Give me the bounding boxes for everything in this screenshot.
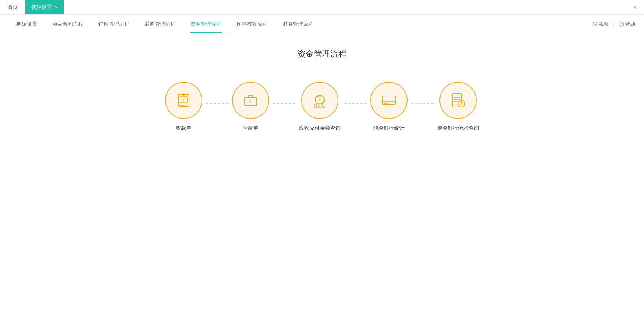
bank-stats-icon	[380, 91, 398, 109]
flow-circle-bank-flow: ¥	[439, 82, 477, 119]
connector-2	[269, 103, 299, 104]
help-label: 帮助	[625, 21, 635, 28]
nav-label: 采购管理流程	[144, 21, 176, 28]
flow-label-bank-flow: 现金银行流水查询	[437, 125, 479, 132]
initial-setup-tab[interactable]: 初始设置 ×	[25, 0, 64, 14]
bank-flow-icon: ¥	[449, 91, 467, 109]
main-content: 资金管理流程 ¥ 收款单	[0, 33, 644, 132]
flow-container: ¥ 收款单 ¥	[165, 82, 479, 132]
nav-item-initial-setup[interactable]: 初始设置	[9, 15, 45, 33]
tab-label: 初始设置	[31, 4, 52, 11]
nav-item-inventory-accounting[interactable]: 库存核算流程	[229, 15, 275, 33]
nav-bar: 初始设置 项目合同流程 销售管理流程 采购管理流程 资金管理流程 库存核算流程 …	[0, 15, 644, 33]
home-label: 首页	[7, 4, 18, 11]
window-close-button[interactable]: ×	[633, 4, 637, 11]
svg-text:¥: ¥	[319, 98, 321, 102]
receipt-icon: ¥	[175, 91, 193, 109]
video-link[interactable]: 视频	[592, 21, 609, 28]
flow-circle-payment: ¥	[232, 82, 269, 119]
svg-rect-14	[315, 105, 317, 108]
top-bar: 首页 初始设置 × ×	[0, 0, 644, 15]
nav-label: 销售管理流程	[98, 21, 129, 28]
flow-item-payment[interactable]: ¥ 付款单	[232, 82, 269, 132]
svg-marker-1	[594, 23, 596, 25]
flow-label-bank-stats: 现金银行统计	[373, 125, 405, 132]
svg-text:¥: ¥	[249, 99, 252, 103]
nav-label: 初始设置	[16, 21, 37, 28]
help-link[interactable]: ? 帮助	[619, 21, 635, 28]
connector-1	[202, 103, 232, 104]
top-bar-right: ×	[633, 4, 644, 11]
flow-label-receipt: 收款单	[176, 125, 191, 132]
nav-item-project-contract[interactable]: 项目合同流程	[45, 15, 91, 33]
flow-item-bank-stats[interactable]: 现金银行统计	[370, 82, 408, 132]
flow-item-receipt[interactable]: ¥ 收款单	[165, 82, 202, 132]
ar-ap-icon: ¥	[311, 91, 329, 109]
tab-close-icon[interactable]: ×	[55, 5, 58, 10]
play-circle-icon	[592, 22, 598, 27]
connector-3	[341, 103, 370, 104]
flow-item-ar-ap[interactable]: ¥ 应收应付余额查询	[299, 82, 341, 132]
video-label: 视频	[599, 21, 609, 28]
flow-circle-receipt: ¥	[165, 82, 202, 119]
flow-circle-bank-stats	[370, 82, 408, 119]
nav-item-fund-management[interactable]: 资金管理流程	[183, 15, 229, 33]
flow-item-bank-flow[interactable]: ¥ 现金银行流水查询	[437, 82, 479, 132]
nav-item-financial-management[interactable]: 财务管理流程	[275, 15, 321, 33]
connector-4	[408, 103, 437, 104]
home-tab[interactable]: 首页	[0, 0, 25, 14]
help-circle-icon: ?	[619, 22, 624, 27]
page-title: 资金管理流程	[297, 48, 347, 59]
nav-item-purchase-management[interactable]: 采购管理流程	[137, 15, 183, 33]
flow-circle-ar-ap: ¥	[301, 82, 338, 119]
svg-text:?: ?	[621, 23, 622, 26]
nav-label: 财务管理流程	[283, 21, 314, 28]
nav-bar-right: 视频 | ? 帮助	[592, 21, 635, 28]
flow-label-ar-ap: 应收应付余额查询	[299, 125, 341, 132]
nav-label: 库存核算流程	[236, 21, 268, 28]
svg-text:¥: ¥	[183, 98, 185, 102]
nav-label: 项目合同流程	[52, 21, 83, 28]
payment-icon: ¥	[242, 91, 260, 109]
nav-label: 资金管理流程	[190, 21, 222, 28]
nav-item-sales-management[interactable]: 销售管理流程	[91, 15, 137, 33]
flow-label-payment: 付款单	[243, 125, 258, 132]
